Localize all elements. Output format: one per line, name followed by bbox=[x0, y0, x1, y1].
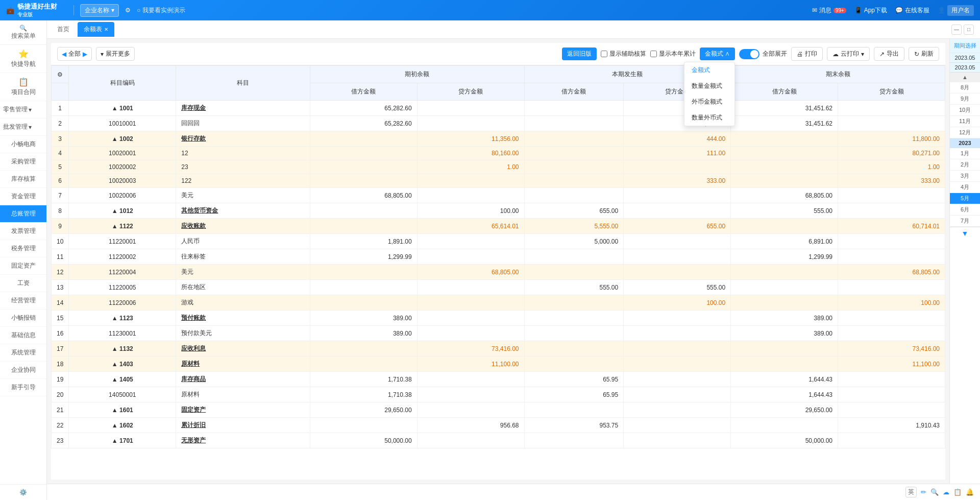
table-row[interactable]: 3▲ 1002银行存款11,356.00444.0011,800.00 bbox=[52, 131, 945, 147]
month-item[interactable]: 5月 bbox=[950, 193, 980, 204]
table-row[interactable]: 510020002231.001.00 bbox=[52, 160, 945, 174]
expand-button[interactable]: ▾ 展开更多 bbox=[96, 47, 135, 61]
table-row[interactable]: 21▲ 1601固定资产29,650.0029,650.00 bbox=[52, 402, 945, 418]
tab-balance[interactable]: 余额表 ✕ bbox=[78, 22, 114, 37]
mode-option-amount[interactable]: 金额式 bbox=[684, 62, 734, 78]
export-button[interactable]: ↗ 导出 bbox=[874, 47, 904, 61]
table-row[interactable]: 1211220004美元68,805.0068,805.00 bbox=[52, 265, 945, 280]
table-row[interactable]: 1111220002往来标签1,299.991,299.99 bbox=[52, 249, 945, 265]
table-row[interactable]: 19▲ 1405库存商品1,710.3865.951,644.43 bbox=[52, 372, 945, 387]
period-selector-header[interactable]: 期间选择 bbox=[950, 39, 980, 53]
mode-option-quantity-foreign[interactable]: 数量外币式 bbox=[684, 110, 734, 126]
sidebar-item-quick-nav[interactable]: ⭐ 快捷导航 bbox=[0, 45, 46, 73]
month-item[interactable]: 7月 bbox=[950, 216, 980, 227]
table-row[interactable]: 22▲ 1602累计折旧956.68953.751,910.43 bbox=[52, 418, 945, 433]
month-item[interactable]: 4月 bbox=[950, 182, 980, 193]
app-download-button[interactable]: 📱 App下载 bbox=[854, 6, 887, 15]
all-filter-button[interactable]: ◀ 全部 ▶ bbox=[57, 47, 92, 61]
expand-switch[interactable] bbox=[739, 49, 760, 59]
table-row[interactable]: 1▲ 1001库存现金65,282.6033,830.9831,451.62 bbox=[52, 101, 945, 116]
edit-icon[interactable]: ✏ bbox=[921, 488, 926, 496]
month-item[interactable]: 9月 bbox=[950, 93, 980, 105]
mode-option-foreign-amount[interactable]: 外币金额式 bbox=[684, 94, 734, 110]
mode-option-quantity-amount[interactable]: 数量金额式 bbox=[684, 78, 734, 94]
settings-icon[interactable]: ⚙ bbox=[125, 7, 131, 14]
show-annual-checkbox[interactable]: 显示本年累计 bbox=[650, 50, 696, 58]
cloud-save-icon[interactable]: ☁ bbox=[943, 488, 949, 496]
month-item[interactable]: 6月 bbox=[950, 204, 980, 216]
sidebar-item-expense[interactable]: 小畅报销 bbox=[0, 309, 46, 327]
month-item[interactable]: 10月 bbox=[950, 105, 980, 116]
month-item[interactable]: 2月 bbox=[950, 159, 980, 171]
table-row[interactable]: 210010001回回回65,282.6033,830.9831,451.62 bbox=[52, 116, 945, 131]
tab-home[interactable]: 首页 bbox=[51, 22, 76, 37]
table-row[interactable]: 23▲ 1701无形资产50,000.0050,000.00 bbox=[52, 433, 945, 448]
table-row[interactable]: 18▲ 1403原材料11,100.0011,100.00 bbox=[52, 356, 945, 372]
clipboard-icon[interactable]: 📋 bbox=[953, 488, 962, 496]
month-item[interactable]: 11月 bbox=[950, 116, 980, 127]
sidebar-item-funds[interactable]: 资金管理 bbox=[0, 188, 46, 205]
row-number: 7 bbox=[52, 188, 69, 203]
sidebar-item-management[interactable]: 经营管理 bbox=[0, 292, 46, 309]
table-row[interactable]: 9▲ 1122应收账款65,614.015,555.00655.0060,714… bbox=[52, 219, 945, 234]
sidebar-search[interactable]: 🔍 搜索菜单 bbox=[0, 20, 46, 45]
table-row[interactable]: 17▲ 1132应收利息73,416.0073,416.00 bbox=[52, 341, 945, 356]
company-selector[interactable]: 企业名称 ▾ bbox=[80, 4, 119, 17]
sidebar-item-retail[interactable]: 零售管理 ▾ bbox=[0, 101, 46, 118]
all-expand-toggle[interactable]: 全部展开 bbox=[739, 49, 787, 59]
tab-close-icon[interactable]: ✕ bbox=[104, 27, 108, 32]
row-number: 16 bbox=[52, 326, 69, 341]
zoom-icon[interactable]: 🔍 bbox=[930, 488, 939, 496]
sidebar-item-collab[interactable]: 企业协同 bbox=[0, 362, 46, 379]
month-item[interactable]: 8月 bbox=[950, 82, 980, 93]
cell-period_debit: 5,000.00 bbox=[524, 234, 624, 249]
messages-button[interactable]: ✉ 消息 99+ bbox=[812, 6, 846, 15]
table-row[interactable]: 1311220005所在地区555.00555.00 bbox=[52, 280, 945, 295]
account-code: 11220002 bbox=[69, 249, 176, 265]
show-sub-checkbox[interactable]: 显示辅助核算 bbox=[601, 50, 646, 58]
cloud-print-button[interactable]: ☁ 云打印 ▾ bbox=[827, 47, 870, 61]
sidebar-item-project[interactable]: 📋 项目合同 bbox=[0, 73, 46, 101]
table-row[interactable]: 1411220006游戏100.00100.00 bbox=[52, 295, 945, 311]
month-item[interactable]: 1月 bbox=[950, 148, 980, 159]
lang-switch[interactable]: 英 bbox=[905, 487, 917, 497]
sidebar-item-invoice[interactable]: 发票管理 bbox=[0, 223, 46, 240]
sidebar-item-tax[interactable]: 税务管理 bbox=[0, 240, 46, 257]
table-row[interactable]: 15▲ 1123预付账款389.00389.00 bbox=[52, 311, 945, 326]
bell-icon[interactable]: 🔔 bbox=[966, 488, 974, 496]
sidebar-item-system[interactable]: 系统管理 bbox=[0, 344, 46, 362]
up-arrow-icon[interactable]: ▲ bbox=[962, 74, 968, 80]
sidebar-item-basic-info[interactable]: 基础信息 bbox=[0, 327, 46, 344]
month-item[interactable]: 12月 bbox=[950, 127, 980, 138]
sidebar-item-fixed-assets[interactable]: 固定资产 bbox=[0, 257, 46, 275]
cell-period_credit bbox=[624, 402, 731, 418]
table-row[interactable]: 710020006美元68,805.0068,805.00 bbox=[52, 188, 945, 203]
window-maximize-button[interactable]: □ bbox=[964, 25, 974, 35]
table-row[interactable]: 2014050001原材料1,710.3865.951,644.43 bbox=[52, 387, 945, 402]
demo-link[interactable]: ○ 我要看实例演示 bbox=[137, 6, 185, 15]
sidebar-item-inventory[interactable]: 库存核算 bbox=[0, 171, 46, 188]
return-old-button[interactable]: 返回旧版 bbox=[562, 47, 597, 60]
month-item[interactable]: 3月 bbox=[950, 171, 980, 182]
sidebar-item-ledger[interactable]: 总账管理 bbox=[0, 205, 46, 223]
table-row[interactable]: 610020003122333.00333.00 bbox=[52, 174, 945, 188]
sidebar-item-purchase[interactable]: 采购管理 bbox=[0, 153, 46, 171]
table-row[interactable]: 4100200011280,160.00111.0080,271.00 bbox=[52, 147, 945, 160]
user-avatar[interactable]: 👤 用户名 bbox=[938, 5, 974, 16]
sidebar-item-payroll[interactable]: 工资 bbox=[0, 275, 46, 292]
sidebar-item-wholesale[interactable]: 批发管理 ▾ bbox=[0, 118, 46, 136]
table-row[interactable]: 1011220001人民币1,891.005,000.006,891.00 bbox=[52, 234, 945, 249]
sidebar-settings-button[interactable]: ⚙️ bbox=[0, 484, 46, 500]
cell-opening_debit bbox=[310, 131, 417, 147]
print-button[interactable]: 🖨 打印 bbox=[791, 47, 823, 61]
mode-button[interactable]: 金额式 ∧ bbox=[700, 47, 735, 60]
table-row[interactable]: 1611230001预付款美元389.00389.00 bbox=[52, 326, 945, 341]
settings-col-header[interactable]: ⚙ bbox=[52, 66, 69, 83]
sidebar-item-newbie[interactable]: 新手引导 bbox=[0, 379, 46, 396]
panel-collapse-button[interactable]: ▼ bbox=[950, 227, 980, 240]
table-row[interactable]: 8▲ 1012其他货币资金100.00655.00555.00 bbox=[52, 203, 945, 219]
window-minimize-button[interactable]: — bbox=[951, 25, 962, 35]
sidebar-item-ecommerce[interactable]: 小畅电商 bbox=[0, 136, 46, 153]
refresh-button[interactable]: ↻ 刷新 bbox=[909, 47, 939, 61]
online-service-button[interactable]: 💬 在线客服 bbox=[895, 6, 929, 15]
